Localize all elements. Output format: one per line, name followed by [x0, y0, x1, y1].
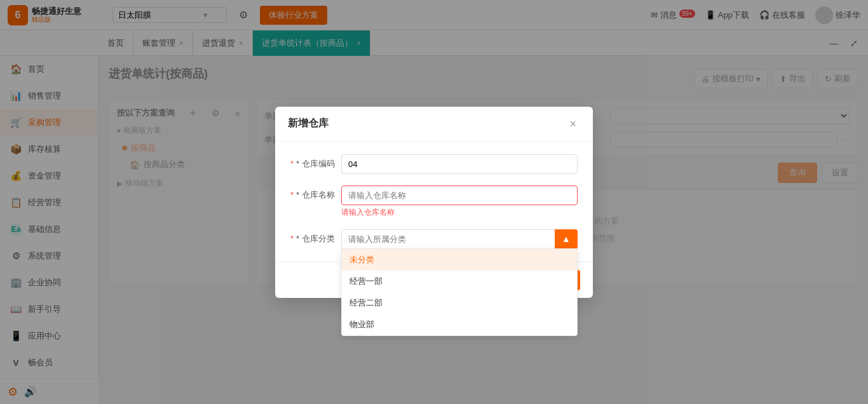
category-control-wrap: ▲ 未分类 经营一部 经营二部 物业部	[341, 229, 578, 249]
modal-overlay: 新增仓库 × * * 仓库编码 * * 仓库名称	[0, 0, 868, 404]
name-error-msg: 请输入仓库名称	[341, 207, 578, 218]
form-field-name: * * 仓库名称 请输入仓库名称	[290, 185, 578, 218]
name-control-wrap: 请输入仓库名称	[341, 185, 578, 218]
code-required-star: *	[290, 159, 294, 168]
modal-title: 新增仓库	[288, 117, 329, 130]
dropdown-item-unclassified[interactable]: 未分类	[342, 249, 577, 271]
category-label: * * 仓库分类	[290, 229, 341, 245]
name-label: * * 仓库名称	[290, 185, 341, 201]
dropdown-item-ops1[interactable]: 经营一部	[342, 271, 577, 292]
new-warehouse-modal: 新增仓库 × * * 仓库编码 * * 仓库名称	[275, 107, 593, 298]
name-required-star: *	[290, 190, 294, 199]
code-control-wrap	[341, 154, 578, 174]
category-input[interactable]	[341, 229, 578, 249]
category-dropdown: 未分类 经营一部 经营二部 物业部	[341, 248, 578, 336]
dropdown-item-ops2[interactable]: 经营二部	[342, 292, 577, 314]
code-input[interactable]	[341, 154, 578, 174]
code-label: * * 仓库编码	[290, 154, 341, 170]
modal-body: * * 仓库编码 * * 仓库名称 请输入仓库名称	[275, 142, 593, 262]
modal-header: 新增仓库 ×	[275, 107, 593, 142]
category-arrow-btn[interactable]: ▲	[555, 229, 578, 249]
modal-close-button[interactable]: ×	[566, 117, 580, 131]
category-required-star: *	[290, 234, 294, 243]
dropdown-item-property[interactable]: 物业部	[342, 314, 577, 335]
name-input[interactable]	[341, 185, 578, 205]
form-field-category: * * 仓库分类 ▲ 未分类 经营一部 经营二部 物业部	[290, 229, 578, 249]
form-field-code: * * 仓库编码	[290, 154, 578, 174]
